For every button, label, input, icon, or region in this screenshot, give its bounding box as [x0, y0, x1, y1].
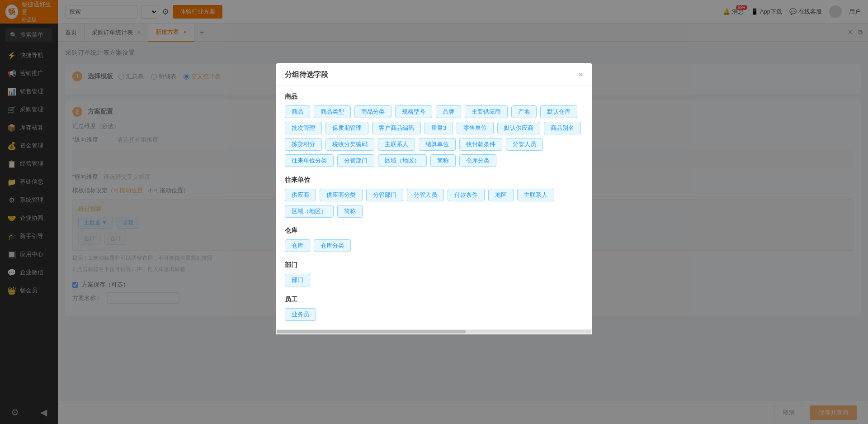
field-tag-0-25[interactable]: 仓库分类 [459, 154, 496, 167]
modal-section-1: 往来单位供应商供应商分类分管部门分管人员付款条件地区主联系人区域（地区）简称 [285, 176, 583, 218]
modal-section-title-2: 仓库 [285, 227, 583, 235]
field-tag-0-3[interactable]: 规格型号 [395, 105, 432, 118]
field-grid-0: 商品商品类型商品分类规格型号品牌主要供应商产地默认仓库批次管理保质期管理客户商品… [285, 105, 583, 167]
field-grid-4: 业务员 [285, 308, 583, 321]
field-tag-0-9[interactable]: 保质期管理 [326, 122, 368, 134]
field-tag-0-23[interactable]: 区域（地区） [378, 154, 427, 167]
field-tag-1-0[interactable]: 供应商 [285, 189, 316, 201]
field-tag-0-8[interactable]: 批次管理 [285, 122, 322, 134]
field-grid-2: 仓库仓库分类 [285, 239, 583, 252]
field-tag-3-0[interactable]: 部门 [285, 274, 310, 286]
field-tag-0-18[interactable]: 结算单位 [419, 138, 456, 151]
field-tag-1-4[interactable]: 付款条件 [448, 189, 485, 201]
modal-section-4: 员工业务员 [285, 295, 583, 321]
field-grid-3: 部门 [285, 274, 583, 286]
modal-section-0: 商品商品商品类型商品分类规格型号品牌主要供应商产地默认仓库批次管理保质期管理客户… [285, 93, 583, 167]
field-tag-1-2[interactable]: 分管部门 [366, 189, 403, 201]
field-tag-1-6[interactable]: 主联系人 [517, 189, 554, 201]
modal-section-2: 仓库仓库仓库分类 [285, 227, 583, 252]
field-tag-0-22[interactable]: 分管部门 [337, 154, 374, 167]
field-select-modal: 分组待选字段 × 商品商品商品类型商品分类规格型号品牌主要供应商产地默认仓库批次… [276, 63, 592, 334]
field-tag-0-13[interactable]: 默认供应商 [497, 122, 540, 134]
field-grid-1: 供应商供应商分类分管部门分管人员付款条件地区主联系人区域（地区）简称 [285, 189, 583, 218]
modal-title: 分组待选字段 [285, 70, 328, 80]
field-tag-0-11[interactable]: 重量3 [425, 122, 453, 134]
modal-close-button[interactable]: × [578, 70, 583, 80]
modal-section-title-4: 员工 [285, 295, 583, 304]
field-tag-0-12[interactable]: 零售单位 [457, 122, 494, 134]
modal-body: 商品商品商品类型商品分类规格型号品牌主要供应商产地默认仓库批次管理保质期管理客户… [276, 86, 592, 330]
modal-section-title-1: 往来单位 [285, 176, 583, 184]
field-tag-4-0[interactable]: 业务员 [285, 308, 316, 321]
field-tag-0-6[interactable]: 产地 [511, 105, 537, 118]
field-tag-0-16[interactable]: 税收分类编码 [326, 138, 374, 151]
field-tag-1-3[interactable]: 分管人员 [407, 189, 444, 201]
field-tag-0-0[interactable]: 商品 [285, 105, 310, 118]
field-tag-0-19[interactable]: 收付款条件 [459, 138, 502, 151]
field-tag-1-5[interactable]: 地区 [488, 189, 514, 201]
field-tag-0-5[interactable]: 主要供应商 [465, 105, 508, 118]
field-tag-0-10[interactable]: 客户商品编码 [372, 122, 421, 134]
modal-section-title-0: 商品 [285, 93, 583, 101]
field-tag-1-7[interactable]: 区域（地区） [285, 205, 334, 218]
field-tag-0-21[interactable]: 往来单位分类 [285, 154, 334, 167]
field-tag-0-15[interactable]: 拣货积分 [285, 138, 322, 151]
modal-section-3: 部门部门 [285, 261, 583, 286]
field-tag-0-4[interactable]: 品牌 [436, 105, 461, 118]
modal-header: 分组待选字段 × [276, 63, 592, 86]
field-tag-0-7[interactable]: 默认仓库 [540, 105, 577, 118]
field-tag-2-0[interactable]: 仓库 [285, 239, 310, 252]
field-tag-0-20[interactable]: 分管人员 [506, 138, 543, 151]
field-tag-1-8[interactable]: 简称 [337, 205, 363, 218]
field-tag-0-2[interactable]: 商品分类 [354, 105, 392, 118]
field-tag-1-1[interactable]: 供应商分类 [320, 189, 363, 201]
field-tag-0-17[interactable]: 主联系人 [378, 138, 415, 151]
field-tag-0-24[interactable]: 简称 [430, 154, 456, 167]
modal-scroll-bar[interactable] [276, 329, 592, 334]
field-tag-2-1[interactable]: 仓库分类 [314, 239, 351, 252]
modal-overlay: 分组待选字段 × 商品商品商品类型商品分类规格型号品牌主要供应商产地默认仓库批次… [0, 0, 868, 424]
modal-section-title-3: 部门 [285, 261, 583, 269]
field-tag-0-14[interactable]: 商品别名 [544, 122, 581, 134]
field-tag-0-1[interactable]: 商品类型 [314, 105, 351, 118]
